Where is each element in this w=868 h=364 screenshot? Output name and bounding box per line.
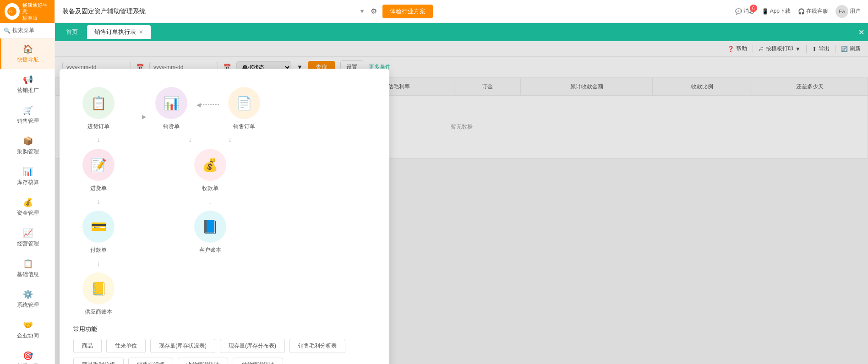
tab-sales-order[interactable]: 销售订单执行表 ✕ (87, 25, 151, 39)
phone-icon: 📱 (762, 8, 769, 15)
wf-node-sales-order[interactable]: 📄 销售订单 (228, 87, 260, 130)
svg-point-0 (7, 7, 16, 16)
func-btn-sales-ranking[interactable]: 销售排行榜 (128, 358, 173, 364)
receipt-icon: 💰 (202, 158, 218, 173)
sales-order-label: 销售订单 (233, 123, 255, 130)
customer-ledger-circle: 📘 (194, 211, 226, 243)
down-arrow-4: ↓ (208, 198, 212, 205)
wf-node-payment[interactable]: 💳 付款单 (82, 211, 115, 254)
online-service-action[interactable]: 🎧 在线客服 (798, 7, 828, 15)
receipt-label: 收款单 (202, 185, 218, 192)
message-icon: 💬 (735, 8, 742, 15)
func-btn-product[interactable]: 商品 (73, 339, 102, 353)
down-arrow-sales-order: ↓ (229, 136, 232, 143)
supplier-ledger-label: 供应商账本 (85, 308, 112, 316)
purchase-icon: 📦 (23, 136, 33, 146)
receipt-circle: 💰 (194, 149, 226, 181)
svg-text:6: 6 (9, 9, 12, 14)
system-icon: ⚙️ (23, 289, 33, 299)
common-functions: 常用功能 商品 往来单位 现存量(库存状况表) 现存量(库存分布表) 销售毛利分… (73, 325, 376, 364)
top-bar: 装备及固定资产辅助管理系统 ▼ ⚙ 体验行业方案 💬 6 消息 📱 App下载 … (55, 0, 868, 23)
app-download-action[interactable]: 📱 App下载 (762, 7, 791, 15)
sales-order-circle: 📄 (228, 87, 260, 119)
left-arrow-head: ◀ (197, 102, 201, 108)
sidebar-logo: 6 畅康通好生意 标准版 (0, 0, 55, 23)
sidebar-item-enterprise[interactable]: 🤝 企业协同 (0, 315, 55, 345)
dashed-line-right (124, 117, 142, 117)
wf-node-purchase-order[interactable]: 📋 进货订单 (82, 87, 115, 130)
main-area: 装备及固定资产辅助管理系统 ▼ ⚙ 体验行业方案 💬 6 消息 📱 App下载 … (55, 0, 868, 364)
purchase-receipt-icon: 📝 (91, 158, 107, 173)
func-btn-payment-stats[interactable]: 付款情况统计 (233, 358, 283, 364)
purchase-order-circle: 📋 (82, 87, 115, 119)
settings-icon[interactable]: ⚙ (371, 7, 377, 16)
wf-node-customer-ledger[interactable]: 📘 客户账本 (194, 211, 226, 254)
top-bar-actions: 💬 6 消息 📱 App下载 🎧 在线客服 Ea 用户 (735, 5, 861, 18)
customer-ledger-icon: 📘 (202, 219, 218, 234)
search-icon: 🔍 (4, 27, 11, 34)
capital-icon: 💰 (23, 197, 33, 207)
logo-icon: 6 (5, 3, 20, 20)
sidebar-item-newbie[interactable]: 🎯 新手引导 (0, 345, 55, 364)
sales-receipt-circle: 📊 (155, 87, 187, 119)
message-badge: 6 (750, 5, 757, 12)
sidebar-item-system[interactable]: ⚙️ 系统管理 (0, 284, 55, 315)
wf-node-purchase-receipt[interactable]: 📝 进货单 (82, 149, 115, 192)
quick-nav-icon: 🏠 (23, 44, 33, 54)
sidebar-item-inventory[interactable]: 📊 库存核算 (0, 161, 55, 192)
enterprise-icon: 🤝 (23, 320, 33, 330)
func-btn-sales-margin[interactable]: 销售毛利分析表 (289, 339, 345, 353)
basic-info-icon: 📋 (23, 259, 33, 269)
sales-receipt-icon: 📊 (164, 96, 180, 111)
sidebar-item-basic-info[interactable]: 📋 基础信息 (0, 253, 55, 284)
supplier-ledger-circle: 📒 (82, 272, 115, 304)
payment-icon: 💳 (91, 219, 107, 234)
func-btn-partner[interactable]: 往来单位 (106, 339, 146, 353)
func-btn-receipt-stats[interactable]: 收款情况统计 (178, 358, 228, 364)
tab-home[interactable]: 首页 (59, 25, 85, 39)
sidebar-item-marketing[interactable]: 📢 营销推广 (0, 69, 55, 100)
purchase-order-icon: 📋 (91, 96, 107, 111)
purchase-receipt-circle: 📝 (82, 149, 115, 181)
dropdown-arrow-icon: ▼ (359, 8, 365, 15)
left-column: 📋 进货订单 ↓ 📝 进货单 ↓ (73, 82, 124, 321)
purchase-receipt-label: 进货单 (90, 185, 107, 192)
down-arrow-3: ↓ (97, 260, 100, 267)
sidebar-item-quick-nav[interactable]: 🏠 快捷导航 (0, 38, 55, 69)
receipt-row: 💰 收款单 (180, 144, 235, 197)
down-arrow-sales-receipt: ↓ (189, 136, 192, 143)
down-arrow-receipt: ↓ (204, 197, 212, 206)
message-action[interactable]: 💬 6 消息 (735, 7, 754, 15)
payment-circle: 💳 (82, 211, 115, 243)
tab-close-all[interactable]: ✕ (858, 28, 864, 37)
sidebar-item-sales[interactable]: 🛒 销售管理 (0, 100, 55, 130)
wf-node-supplier-ledger[interactable]: 📒 供应商账本 (82, 272, 115, 316)
headset-icon: 🎧 (798, 8, 805, 15)
customer-ledger-row: 📘 客户账本 (180, 206, 235, 259)
sales-icon: 🛒 (23, 105, 33, 115)
mid-right-arrows: ↓ ↓ (184, 135, 232, 144)
dashed-line-left (201, 104, 219, 105)
sidebar-item-operations[interactable]: 📈 经营管理 (0, 223, 55, 253)
payment-label: 付款单 (90, 246, 107, 254)
try-button[interactable]: 体验行业方案 (382, 5, 433, 18)
sidebar-item-capital[interactable]: 💰 资金管理 (0, 192, 55, 223)
sidebar-item-purchase[interactable]: 📦 采购管理 (0, 130, 55, 161)
wf-node-receipt[interactable]: 💰 收款单 (194, 149, 226, 192)
inventory-icon: 📊 (23, 167, 33, 177)
avatar-circle: Ea (835, 5, 848, 18)
tab-close-icon[interactable]: ✕ (139, 29, 143, 35)
func-buttons: 商品 往来单位 现存量(库存状况表) 现存量(库存分布表) 销售毛利分析表 商品… (73, 339, 376, 364)
marketing-icon: 📢 (23, 75, 33, 85)
func-btn-product-margin[interactable]: 商品毛利分析 (73, 358, 124, 364)
sidebar-search[interactable]: 🔍 搜索菜单 (0, 23, 55, 38)
app-wrapper: 6 畅康通好生意 标准版 🔍 搜索菜单 🏠 快捷导航 📢 营销推广 🛒 销售管理 (0, 0, 868, 364)
wf-node-sales-receipt[interactable]: 📊 销货单 (155, 87, 187, 130)
func-btn-stock-status[interactable]: 现存量(库存状况表) (150, 339, 215, 353)
func-btn-stock-dist[interactable]: 现存量(库存分布表) (220, 339, 285, 353)
sales-order-icon: 📄 (236, 96, 252, 111)
user-avatar[interactable]: Ea 用户 (835, 5, 861, 18)
down-arrow-1: ↓ (97, 136, 100, 143)
purchase-order-label: 进货订单 (87, 123, 109, 130)
sales-receipt-label: 销货单 (163, 123, 180, 130)
